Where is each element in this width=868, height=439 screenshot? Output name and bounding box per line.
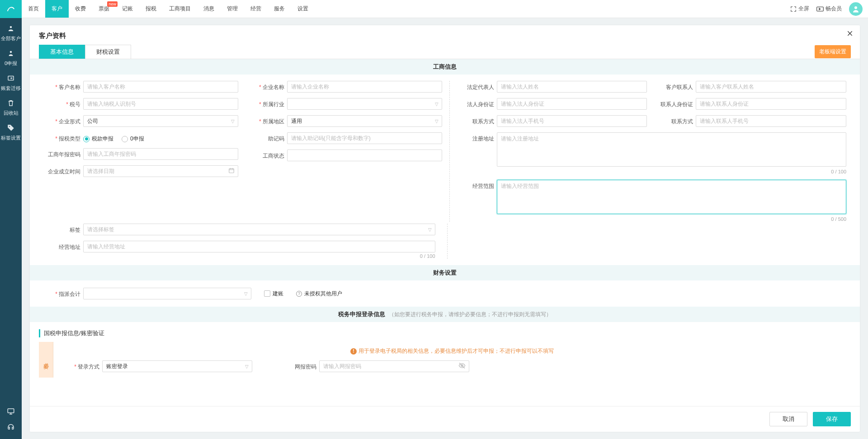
select-region[interactable] <box>287 115 442 127</box>
info-no-auth[interactable]: ?未授权其他用户 <box>296 290 342 298</box>
label-est-date: 企业成立时间 <box>43 165 80 176</box>
input-biz-status[interactable] <box>287 149 442 161</box>
cancel-button[interactable]: 取消 <box>769 412 807 426</box>
avatar[interactable] <box>849 2 863 16</box>
modal-body-scroll[interactable]: 工商信息 客户名称 税号 企业形式▽ 报税类型 税款申报 0申报 工商年报密码 <box>30 59 860 406</box>
modal-title: 客户资料 <box>39 32 851 40</box>
boss-settings-button[interactable]: 老板端设置 <box>815 45 851 58</box>
input-biz-addr[interactable] <box>83 241 435 252</box>
topnav-item-7[interactable]: 消息 <box>197 0 221 18</box>
topnav-item-1[interactable]: 客户 <box>45 0 69 18</box>
input-annual-pwd[interactable] <box>83 148 238 160</box>
checkbox-create-book-label: 建账 <box>273 290 283 298</box>
topnav-item-4[interactable]: 记账 <box>116 0 139 18</box>
textarea-biz-scope[interactable] <box>497 180 847 214</box>
topnav-item-11[interactable]: 设置 <box>291 0 315 18</box>
select-login-method[interactable] <box>102 360 252 372</box>
label-biz-status: 工商状态 <box>247 149 284 160</box>
topnav-item-6[interactable]: 工商项目 <box>163 0 197 18</box>
input-legal[interactable] <box>497 81 647 93</box>
topbar: 首页客户收费票据new记账报税工商项目消息管理经营服务设置 全屏 畅会员 <box>0 0 868 18</box>
label-contact-id: 联系人身份证 <box>656 98 693 108</box>
label-legal: 法定代表人 <box>457 81 494 91</box>
label-legal-id: 法人身份证 <box>457 98 494 108</box>
monitor-icon <box>7 407 15 416</box>
sidebar-bottom-support[interactable] <box>0 419 22 434</box>
tax-hint-text: 用于登录电子税局的相关信息，必要信息维护后才可申报；不进行申报可以不填写 <box>359 347 554 355</box>
vip-icon <box>816 6 824 12</box>
close-icon <box>846 30 854 37</box>
label-industry: 所属行业 <box>247 98 284 108</box>
topnav-item-0[interactable]: 首页 <box>22 0 45 18</box>
radio-zero-declare-label: 0申报 <box>130 135 144 143</box>
select-ent-form[interactable] <box>83 115 238 127</box>
topnav-item-5[interactable]: 报税 <box>139 0 163 18</box>
modal-close-button[interactable] <box>846 30 854 39</box>
label-ent-name: 企业名称 <box>247 81 284 91</box>
input-ent-name[interactable] <box>287 81 442 93</box>
avatar-icon <box>852 5 860 13</box>
label-reg-addr: 注册地址 <box>457 132 494 143</box>
input-est-date[interactable] <box>83 165 238 177</box>
topnav-item-8[interactable]: 管理 <box>221 0 244 18</box>
radio-zero-declare[interactable]: 0申报 <box>122 135 144 143</box>
user-icon <box>7 49 15 59</box>
select-assign-acct[interactable] <box>83 288 251 299</box>
topnav-item-2[interactable]: 收费 <box>69 0 92 18</box>
sidebar-item-label: 回收站 <box>4 110 19 117</box>
svg-point-5 <box>9 126 10 127</box>
sidebar-item-0[interactable]: 全部客户 <box>1 21 21 46</box>
sidebar-item-1[interactable]: 0申报 <box>1 46 21 70</box>
select-industry[interactable] <box>287 98 442 110</box>
app-logo[interactable] <box>0 0 22 18</box>
sidebar-item-label: 全部客户 <box>1 35 21 42</box>
calendar-icon <box>228 168 235 175</box>
textarea-reg-addr[interactable] <box>497 132 847 167</box>
customer-modal: 客户资料 基本信息 财税设置 老板端设置 工商信息 客户名称 <box>30 25 860 432</box>
input-legal-phone[interactable] <box>497 115 647 127</box>
input-tax-no[interactable] <box>83 98 238 110</box>
label-tags: 标签 <box>43 224 80 234</box>
svg-point-3 <box>10 51 12 53</box>
topnav-item-9[interactable]: 经营 <box>244 0 268 18</box>
sidebar-item-label: 标签设置 <box>1 135 21 141</box>
label-ent-form: 企业形式 <box>43 115 80 126</box>
input-web-pwd[interactable] <box>319 360 469 372</box>
checkbox-create-book[interactable]: 建账 <box>264 290 283 298</box>
sidebar-item-2[interactable]: 账套迁移 <box>1 70 21 95</box>
migrate-icon <box>7 74 15 84</box>
topnav-item-3[interactable]: 票据new <box>92 0 116 18</box>
tag-icon <box>7 124 15 133</box>
input-contact-phone[interactable] <box>696 115 846 127</box>
input-mnemonic[interactable] <box>287 132 442 144</box>
section-business-info: 工商信息 <box>30 59 860 75</box>
vip-label: 畅会员 <box>826 5 842 13</box>
input-legal-id[interactable] <box>497 98 647 110</box>
label-cust-contact: 客户联系人 <box>656 81 693 91</box>
select-tags[interactable] <box>83 224 435 235</box>
radio-tax-declare[interactable]: 税款申报 <box>83 135 113 143</box>
sidebar-item-4[interactable]: 标签设置 <box>1 120 21 145</box>
sidebar-item-3[interactable]: 回收站 <box>1 95 21 120</box>
fullscreen-label: 全屏 <box>798 5 809 13</box>
count-biz-scope: 0 / 500 <box>497 216 847 222</box>
fullscreen-icon <box>790 6 797 12</box>
eye-off-icon[interactable] <box>458 362 466 371</box>
tab-tax-settings[interactable]: 财税设置 <box>85 45 131 59</box>
label-assign-acct: 指派会计 <box>43 288 80 298</box>
save-button[interactable]: 保存 <box>813 412 851 426</box>
sidebar-item-label: 账套迁移 <box>1 85 21 92</box>
count-biz-addr: 0 / 100 <box>83 253 435 259</box>
topnav-item-10[interactable]: 服务 <box>268 0 291 18</box>
fullscreen-button[interactable]: 全屏 <box>790 5 809 13</box>
label-region: 所属地区 <box>247 115 284 126</box>
input-contact-id[interactable] <box>696 98 846 110</box>
svg-rect-6 <box>8 409 14 413</box>
label-mnemonic: 助记码 <box>247 132 284 143</box>
vip-button[interactable]: 畅会员 <box>816 5 842 13</box>
input-cust-name[interactable] <box>83 81 238 93</box>
tab-basic-info[interactable]: 基本信息 <box>39 45 85 59</box>
sidebar-bottom-monitor[interactable] <box>0 404 22 419</box>
input-cust-contact[interactable] <box>696 81 846 93</box>
label-annual-pwd: 工商年报密码 <box>43 148 80 159</box>
